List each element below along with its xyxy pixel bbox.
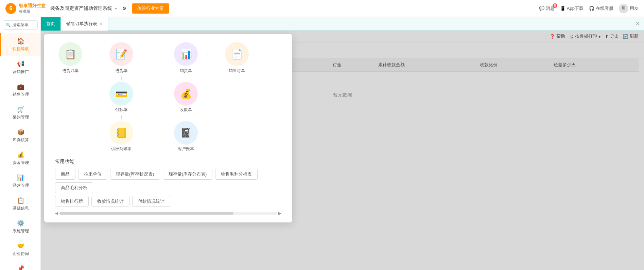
popup-scrollbar[interactable]: ◀ ▶: [55, 211, 281, 216]
tab-sales-order[interactable]: 销售订单执行表 ✕: [61, 17, 108, 31]
online-service-button[interactable]: 🎧 在线客服: [589, 5, 613, 12]
logo-area: 6 畅康通好生意 标准版: [5, 3, 46, 14]
settings-button[interactable]: ⚙: [120, 4, 129, 13]
user-menu-button[interactable]: 用 用友: [619, 4, 639, 13]
arrow-so-to-sb: ← - - -: [201, 52, 222, 57]
sidebar-icon-finance: 💰: [17, 151, 24, 159]
popup-overlay: 📋 进货订单 - - - → 📝 进货单: [41, 31, 644, 270]
message-badge: 6: [553, 3, 557, 8]
func-btn-r1-0[interactable]: 商品: [55, 169, 75, 180]
sidebar-icon-quick-nav: 🏠: [17, 37, 24, 45]
func-btn-r2-2[interactable]: 付款情况统计: [132, 196, 170, 207]
sidebar-item-finance[interactable]: 💰 资金管理: [0, 147, 40, 170]
sidebar-icon-enterprise: 🤝: [17, 242, 24, 250]
system-dropdown-arrow[interactable]: ▾: [115, 6, 117, 11]
scroll-left-arrow[interactable]: ◀: [55, 211, 58, 216]
sidebar-item-marketing[interactable]: 📢 营销推广: [0, 56, 40, 79]
top-bar-mid: 装备及固定资产辅助管理系统 ▾ ⚙ 体验行业方案: [50, 3, 535, 14]
sidebar-label-sys-mgmt: 系统管理: [13, 228, 29, 234]
system-title: 装备及固定资产辅助管理系统: [50, 5, 112, 12]
tab-bar: 首页 销售订单执行表 ✕ ✕: [41, 17, 644, 31]
try-industry-button[interactable]: 体验行业方案: [132, 3, 169, 14]
purchase-bill-circle: 📝: [109, 42, 133, 66]
arrow-po-to-pb: - - - →: [86, 52, 106, 57]
func-btn-r1-5[interactable]: 商品毛利分析: [55, 182, 93, 193]
common-functions-title: 常用功能: [55, 159, 281, 165]
sidebar-item-enterprise[interactable]: 🤝 企业协同: [0, 238, 40, 261]
purchase-order-circle: 📋: [58, 42, 82, 66]
arrow-down-supplier: ↓: [120, 114, 123, 120]
payment-bill-circle: 💳: [109, 82, 133, 106]
sidebar-item-sys-mgmt[interactable]: ⚙️ 系统管理: [0, 215, 40, 238]
sidebar-item-basic-info[interactable]: 📋 基础信息: [0, 193, 40, 215]
arrow-down-payment: ↓: [120, 75, 123, 80]
sidebar-label-inventory: 库存核算: [13, 137, 29, 143]
sidebar-icon-basic-info: 📋: [17, 197, 24, 204]
sidebar-label-sales: 销售管理: [13, 92, 29, 97]
supplier-ledger-label: 供应商账本: [111, 146, 132, 152]
arrow-down-receipt: ↓: [185, 75, 187, 80]
tab-home[interactable]: 首页: [41, 17, 61, 31]
sidebar-icon-guide: 📌: [17, 265, 24, 270]
tab-sales-order-close[interactable]: ✕: [99, 21, 103, 26]
page-content: ❓ 帮助 🖨 按模板打印 ▾ ⬆ 导出 🔄 刷新: [41, 31, 644, 270]
logo-text: 畅康通好生意 标准版: [19, 3, 46, 14]
sidebar-search-area: 🔍 搜索菜单: [0, 17, 40, 33]
flow-col-customer: ↓ 📓 客户账本: [171, 114, 201, 152]
sales-order-circle: 📄: [225, 42, 249, 66]
func-btn-r2-0[interactable]: 销售排行榜: [55, 196, 89, 207]
func-btn-r1-2[interactable]: 现存量(库存状况表): [110, 169, 160, 180]
search-menu-button[interactable]: 🔍 搜索菜单: [3, 20, 38, 30]
popup-card: 📋 进货订单 - - - → 📝 进货单: [44, 34, 292, 222]
service-icon: 🎧: [589, 6, 594, 11]
receipt-bill-circle: 💰: [174, 82, 198, 106]
sales-order-label: 销售订单: [229, 68, 245, 74]
search-icon: 🔍: [6, 23, 11, 28]
sidebar-item-quick-nav[interactable]: 🏠 快捷导航: [0, 33, 40, 56]
func-buttons-row1: 商品往来单位现存量(库存状况表)现存量(库存分布表)销售毛利分析表商品毛利分析: [55, 169, 281, 193]
logo-icon: 6: [5, 3, 16, 14]
sidebar-label-marketing: 营销推广: [13, 69, 29, 75]
customer-ledger-circle: 📓: [174, 121, 198, 145]
sales-bill-label: 销货单: [180, 68, 192, 74]
arrow-down-customer: ↓: [185, 114, 187, 120]
flow-col-receipt: ↓ 💰 收款单: [171, 75, 201, 113]
avatar: 用: [619, 4, 628, 13]
sidebar-label-purchase: 采购管理: [13, 114, 29, 120]
tab-sales-order-label: 销售订单执行表: [66, 21, 97, 27]
func-btn-r1-4[interactable]: 销售毛利分析表: [215, 169, 258, 180]
flow-col-supplier: ↓ 📒 供应商账本: [106, 114, 137, 152]
message-button[interactable]: 💬 消息 6: [539, 5, 555, 12]
sidebar-item-purchase[interactable]: 🛒 采购管理: [0, 102, 40, 124]
common-functions-section: 常用功能 商品往来单位现存量(库存状况表)现存量(库存分布表)销售毛利分析表商品…: [55, 159, 281, 207]
purchase-bill-label: 进货单: [115, 68, 127, 74]
scroll-track: [59, 212, 277, 215]
sidebar-icon-sales: 💼: [17, 83, 24, 90]
top-bar-right: 💬 消息 6 📱 App下载 🎧 在线客服 用 用友: [539, 4, 639, 13]
func-buttons-row2: 销售排行榜收款情况统计付款情况统计: [55, 196, 281, 207]
scroll-right-arrow[interactable]: ▶: [278, 211, 281, 216]
message-icon: 💬: [539, 6, 544, 11]
func-btn-r1-3[interactable]: 现存量(库存分布表): [163, 169, 213, 180]
content-area: 首页 销售订单执行表 ✕ ✕ ❓ 帮助 🖨 按: [41, 17, 644, 270]
sidebar-item-operation[interactable]: 📊 经营管理: [0, 170, 40, 193]
sales-bill-circle: 📊: [174, 42, 198, 66]
tab-bar-close-button[interactable]: ✕: [636, 20, 644, 27]
flow-col-payment: ↓ 💳 付款单: [106, 75, 137, 113]
sidebar-item-sales[interactable]: 💼 销售管理: [0, 79, 40, 102]
app-download-button[interactable]: 📱 App下载: [560, 5, 584, 12]
func-btn-r1-1[interactable]: 往来单位: [78, 169, 107, 180]
tab-home-label: 首页: [46, 21, 55, 27]
payment-bill-label: 付款单: [115, 107, 127, 113]
func-btn-r2-1[interactable]: 收款情况统计: [91, 196, 129, 207]
sidebar-label-operation: 经营管理: [13, 183, 29, 188]
sidebar-item-guide[interactable]: 📌 新手引导: [0, 261, 40, 270]
sidebar-icon-marketing: 📢: [17, 60, 24, 68]
download-icon: 📱: [560, 6, 565, 11]
flow-node-purchase-bill: 📝 进货单: [106, 42, 137, 74]
sidebar-icon-sys-mgmt: ⚙️: [17, 219, 24, 227]
receipt-bill-label: 收款单: [180, 107, 192, 113]
sidebar-icon-purchase: 🛒: [17, 106, 24, 113]
sidebar-item-inventory[interactable]: 📦 库存核算: [0, 124, 40, 147]
sidebar-icon-operation: 📊: [17, 174, 24, 181]
